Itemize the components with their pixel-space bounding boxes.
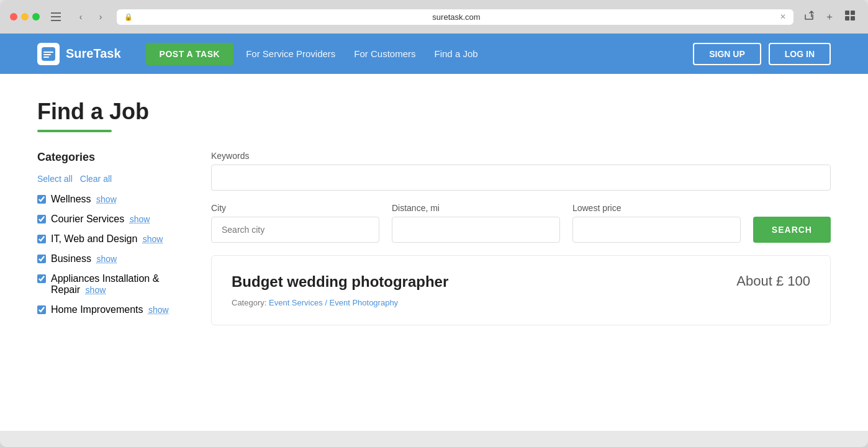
category-prefix: Category: <box>232 298 266 307</box>
category-item-home: Home Improvements show <box>37 304 186 315</box>
new-tab-button[interactable]: ＋ <box>822 8 837 26</box>
back-button[interactable]: ‹ <box>72 8 89 25</box>
city-input[interactable] <box>211 217 379 243</box>
page-content: SureTask POST A TASK For Service Provide… <box>0 34 868 431</box>
svg-rect-6 <box>851 16 855 20</box>
category-checkbox-appliances[interactable] <box>37 274 46 283</box>
category-checkbox-it[interactable] <box>37 235 46 243</box>
keywords-input[interactable] <box>211 165 831 191</box>
sidebar-toggle-icon[interactable] <box>47 8 65 25</box>
traffic-lights <box>10 13 40 20</box>
category-show-wellness[interactable]: show <box>96 194 117 204</box>
logo-icon <box>37 43 60 65</box>
distance-label: Distance, mi <box>392 203 560 213</box>
category-item-it: IT, Web and Design show <box>37 233 186 245</box>
select-all-link[interactable]: Select all <box>37 174 73 184</box>
svg-rect-0 <box>51 12 61 14</box>
browser-action-buttons: ＋ <box>801 7 858 26</box>
clear-url-icon[interactable]: ✕ <box>780 12 786 21</box>
logo-area: SureTask <box>37 43 121 65</box>
close-button[interactable] <box>10 13 17 20</box>
price-label: Lowest price <box>572 203 741 213</box>
price-input[interactable] <box>572 217 741 243</box>
minimize-button[interactable] <box>21 13 29 20</box>
category-checkbox-business[interactable] <box>37 255 46 263</box>
url-text: suretask.com <box>137 12 776 22</box>
category-label-home: Home Improvements show <box>51 304 169 315</box>
category-checkbox-wellness[interactable] <box>37 195 46 204</box>
svg-rect-3 <box>845 11 849 15</box>
job-category-link[interactable]: Event Services / Event Photography <box>269 298 398 307</box>
job-title: Budget wedding photographer <box>232 273 448 291</box>
sign-up-button[interactable]: SIGN UP <box>693 43 761 65</box>
logo-text: SureTask <box>66 47 121 61</box>
browser-navigation: ‹ › <box>72 8 109 25</box>
auth-buttons: SIGN UP LOG IN <box>693 43 831 65</box>
nav-link-find-job[interactable]: Find a Job <box>435 48 478 59</box>
keywords-label: Keywords <box>211 151 831 161</box>
category-checkbox-courier[interactable] <box>37 215 46 224</box>
category-label-courier: Courier Services show <box>51 214 150 225</box>
categories-title: Categories <box>37 151 186 164</box>
browser-titlebar: ‹ › 🔒 suretask.com ✕ ＋ <box>0 0 868 34</box>
post-task-button[interactable]: POST A TASK <box>146 43 234 65</box>
category-show-business[interactable]: show <box>96 254 117 264</box>
job-price: About £ 100 <box>736 273 810 289</box>
svg-rect-5 <box>845 16 849 20</box>
category-item-appliances: Appliances Installation & Repair show <box>37 273 186 296</box>
category-show-home[interactable]: show <box>148 305 169 315</box>
log-in-button[interactable]: LOG IN <box>769 43 831 65</box>
category-label-business: Business show <box>51 253 117 264</box>
clear-all-link[interactable]: Clear all <box>80 174 112 184</box>
category-show-appliances[interactable]: show <box>86 285 106 295</box>
city-label: City <box>211 203 379 213</box>
category-label-wellness: Wellness show <box>51 194 117 205</box>
navbar: SureTask POST A TASK For Service Provide… <box>0 34 868 74</box>
job-card: Budget wedding photographer About £ 100 … <box>211 255 831 325</box>
svg-rect-1 <box>51 16 61 17</box>
category-item-business: Business show <box>37 253 186 264</box>
content-grid: Categories Select all Clear all Wellness… <box>37 151 831 325</box>
nav-link-service-providers[interactable]: For Service Providers <box>246 48 335 59</box>
job-card-header: Budget wedding photographer About £ 100 <box>232 273 810 291</box>
category-checkbox-home[interactable] <box>37 305 46 314</box>
forward-button[interactable]: › <box>92 8 109 25</box>
maximize-button[interactable] <box>32 13 40 20</box>
browser-window: ‹ › 🔒 suretask.com ✕ ＋ <box>0 0 868 447</box>
category-show-courier[interactable]: show <box>130 214 150 224</box>
page-title: Find a Job <box>37 99 831 125</box>
category-label-appliances: Appliances Installation & Repair show <box>51 273 186 296</box>
search-button[interactable]: SEARCH <box>753 217 831 243</box>
distance-group: Distance, mi <box>392 203 560 243</box>
category-item-courier: Courier Services show <box>37 214 186 225</box>
category-actions: Select all Clear all <box>37 174 186 184</box>
price-group: Lowest price <box>572 203 741 243</box>
address-bar[interactable]: 🔒 suretask.com ✕ <box>117 9 793 25</box>
title-underline <box>37 130 112 132</box>
security-icon: 🔒 <box>124 13 133 21</box>
nav-links: For Service Providers For Customers Find… <box>246 48 693 59</box>
grid-view-button[interactable] <box>842 7 858 26</box>
main-content: Find a Job Categories Select all Clear a… <box>0 74 868 350</box>
nav-link-customers[interactable]: For Customers <box>354 48 415 59</box>
svg-rect-4 <box>851 11 855 15</box>
job-category: Category: Event Services / Event Photogr… <box>232 298 810 307</box>
category-item-wellness: Wellness show <box>37 194 186 205</box>
keywords-group: Keywords <box>211 151 831 191</box>
share-button[interactable] <box>801 7 817 26</box>
svg-rect-2 <box>51 20 61 21</box>
location-row: City Distance, mi Lowest price SEARCH <box>211 203 831 243</box>
category-show-it[interactable]: show <box>143 234 163 244</box>
search-area: Keywords City Distance, mi <box>211 151 831 325</box>
category-label-it: IT, Web and Design show <box>51 233 163 245</box>
distance-input[interactable] <box>392 217 560 243</box>
city-group: City <box>211 203 379 243</box>
sidebar: Categories Select all Clear all Wellness… <box>37 151 186 325</box>
